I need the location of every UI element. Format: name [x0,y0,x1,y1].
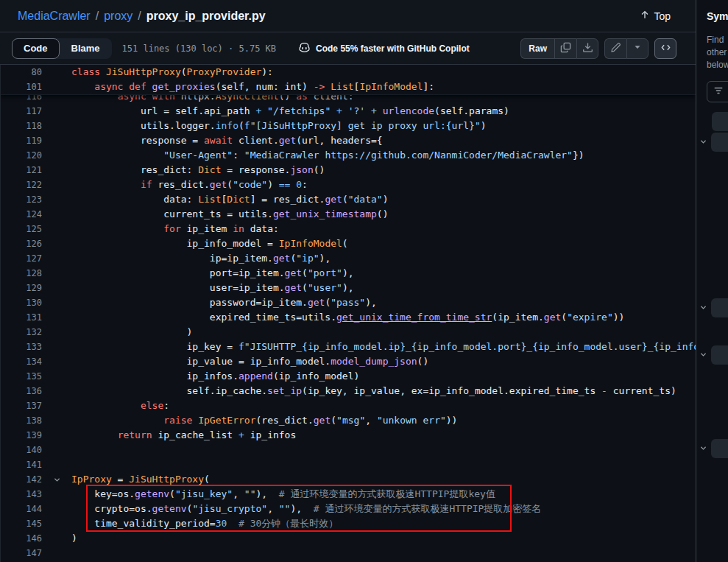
fold-chevron-icon[interactable] [42,472,71,487]
copilot-banner: Code 55% faster with GitHub Copilot [298,41,470,56]
fold-gutter [42,119,71,133]
line-number[interactable]: 145 [1,516,42,531]
line-number[interactable]: 127 [1,251,42,266]
code-symbols-icon [660,42,671,55]
code-line: 136 self.ip_cache.set_ip(ip_key, ip_valu… [1,384,696,398]
fold-gutter [42,133,71,148]
code-line: 132 ) [1,325,696,340]
raw-button[interactable]: Raw [520,38,554,59]
edit-button-group [604,38,649,59]
fold-gutter [42,487,71,502]
code-line: 137 else: [1,398,696,413]
symbols-toggle-button[interactable] [654,38,676,59]
line-number[interactable]: 123 [1,192,42,207]
code-line-text: ip_key = f"JISUHTTP_{ip_info_model.ip}_{… [71,340,696,354]
code-line-text: ip_info_model = IpInfoModel( [71,236,348,251]
chevron-down-icon [699,348,707,362]
tab-blame[interactable]: Blame [60,38,112,59]
fold-gutter [42,65,71,80]
line-number[interactable]: 119 [1,133,42,148]
fold-gutter [42,340,71,354]
code-line: 128 port=ip_item.get("port"), [1,266,696,281]
line-number[interactable]: 133 [1,340,42,354]
symbol-list-item[interactable] [699,133,728,152]
line-number[interactable]: 144 [1,502,42,516]
code-line: 117 url = self.api_path + "/fetchips" + … [1,104,696,119]
code-line: 133 ip_key = f"JISUHTTP_{ip_info_model.i… [1,340,696,354]
code-line-text: self.ip_cache.set_ip(ip_key, ip_value, e… [71,384,676,398]
line-number[interactable]: 101 [1,80,42,94]
line-number[interactable]: 131 [1,310,42,325]
fold-gutter [42,457,71,472]
line-number[interactable]: 129 [1,281,42,295]
fold-gutter [42,384,71,398]
line-number[interactable]: 120 [1,148,42,163]
symbol-list-item[interactable] [712,112,728,131]
chevron-down-icon [699,136,707,149]
symbol-list-item[interactable] [699,298,728,317]
line-number[interactable]: 143 [1,487,42,502]
code-line-text: async with httpx.AsyncClient() as client… [71,95,354,104]
symbol-list-item[interactable] [699,439,728,458]
symbols-description: Find other below [707,34,728,71]
breadcrumb: MediaCrawler / proxy / proxy_ip_provider… [18,10,266,23]
breadcrumb-bar: MediaCrawler / proxy / proxy_ip_provider… [0,0,696,32]
code-line: 116 async with httpx.AsyncClient() as cl… [1,95,696,104]
code-line: 138 raise IpGetError(res_dict.get("msg",… [1,413,696,428]
line-number[interactable]: 122 [1,178,42,192]
code-line: 123 data: List[Dict] = res_dict.get("dat… [1,192,696,207]
code-line-text: "User-Agent": "MediaCrawler https://gith… [71,148,584,163]
edit-dropdown-button[interactable] [626,38,649,59]
edit-button[interactable] [604,38,626,59]
line-number[interactable]: 138 [1,413,42,428]
fold-gutter [42,251,71,266]
code-line: 131 expired_time_ts=utils.get_unix_time_… [1,310,696,325]
chevron-down-icon [699,442,707,455]
line-number[interactable]: 134 [1,354,42,369]
copilot-icon [298,41,311,56]
line-number[interactable]: 140 [1,443,42,457]
code-line: 130 password=ip_item.get("pass"), [1,295,696,310]
code-line-text: IpProxy = JiSuHttpProxy( [71,472,210,487]
code-line-text: async def get_proxies(self, num: int) ->… [71,80,434,94]
back-to-top-link[interactable]: Top [640,10,671,22]
line-number[interactable]: 136 [1,384,42,398]
line-number[interactable]: 132 [1,325,42,340]
line-number[interactable]: 142 [1,472,42,487]
breadcrumb-folder-link[interactable]: proxy [104,10,132,23]
line-number[interactable]: 117 [1,104,42,119]
line-number[interactable]: 121 [1,163,42,178]
line-number[interactable]: 128 [1,266,42,281]
copy-icon [560,42,571,55]
line-number[interactable]: 135 [1,369,42,384]
code-line: 120 "User-Agent": "MediaCrawler https://… [1,148,696,163]
line-number[interactable]: 139 [1,428,42,443]
tab-code[interactable]: Code [12,38,60,59]
code-line: 124 current_ts = utils.get_unix_timestam… [1,207,696,222]
line-number[interactable]: 147 [1,546,42,561]
symbol-list-item[interactable] [699,345,728,365]
symbols-filter-input[interactable] [707,81,728,102]
code-line-text: if res_dict.get("code") == 0: [71,178,308,192]
line-number[interactable]: 118 [1,119,42,133]
line-number[interactable]: 126 [1,236,42,251]
copy-button[interactable] [554,38,576,59]
code-line: 135 ip_infos.append(ip_info_model) [1,369,696,384]
code-line-text: class JiSuHttpProxy(ProxyProvider): [71,65,273,80]
line-number[interactable]: 130 [1,295,42,310]
code-line-text: utils.logger.info(f"[JiSuHttpProxy] get … [71,119,487,133]
breadcrumb-repo-link[interactable]: MediaCrawler [18,10,91,23]
code-line: 134 ip_value = ip_info_model.model_dump_… [1,354,696,369]
code-line: 129 user=ip_item.get("user"), [1,281,696,295]
download-button[interactable] [576,38,598,59]
code-line-text: response = await client.get(url, headers… [71,133,383,148]
line-number[interactable]: 80 [1,65,42,80]
line-number[interactable]: 116 [1,95,42,104]
line-number[interactable]: 146 [1,531,42,546]
line-number[interactable]: 124 [1,207,42,222]
line-number[interactable]: 141 [1,457,42,472]
line-number[interactable]: 137 [1,398,42,413]
code-line: 119 response = await client.get(url, hea… [1,133,696,148]
line-number[interactable]: 125 [1,222,42,236]
code-line-text: crypto=os.getenv("jisu_crypto", ""), # 通… [71,502,541,516]
